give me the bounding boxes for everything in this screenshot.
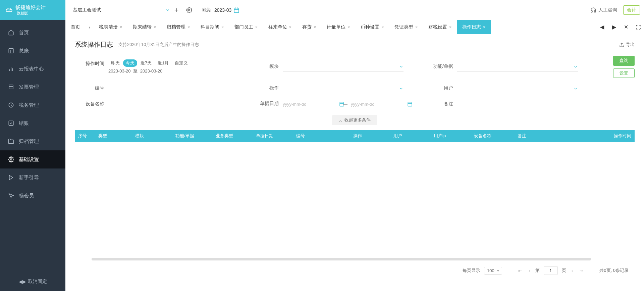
plus-icon[interactable] (173, 7, 179, 13)
calendar-icon[interactable] (407, 101, 413, 107)
module-select[interactable] (283, 62, 404, 71)
close-icon[interactable]: × (449, 25, 451, 30)
sidebar-item[interactable]: 总账 (0, 42, 65, 60)
role-badge[interactable]: 会计 (623, 5, 640, 15)
nav-icon (8, 48, 14, 54)
code-from-input[interactable] (108, 84, 165, 93)
close-icon[interactable]: × (415, 25, 418, 30)
tab[interactable]: 归档管理× (161, 20, 195, 34)
close-icon[interactable]: × (289, 25, 291, 30)
calendar-icon[interactable] (233, 7, 239, 13)
doc-date-from-input[interactable] (283, 99, 339, 109)
export-button[interactable]: 导出 (619, 42, 635, 48)
sidebar: 畅捷通好会计 旗舰版 首页总账云报表中心发票管理税务管理结账归档管理基础设置新手… (0, 0, 65, 291)
operation-select[interactable] (283, 84, 404, 93)
tab-home[interactable]: 首页 (65, 20, 86, 34)
tab[interactable]: 期末结转× (127, 20, 161, 34)
page-size-select[interactable]: 100 ▾ (484, 267, 502, 275)
company-selector[interactable]: 基层工会测试 (69, 7, 170, 13)
support-link[interactable]: 人工咨询 (590, 7, 617, 13)
page-first-button[interactable]: ⇤ (517, 268, 523, 273)
sidebar-item[interactable]: 归档管理 (0, 132, 65, 150)
tab[interactable]: 科目期初× (195, 20, 229, 34)
headset-icon (590, 7, 596, 13)
period-value: 2023-03 (214, 7, 231, 13)
label-doc-date: 单据日期 (249, 99, 283, 107)
sidebar-item[interactable]: 新手引导 (0, 168, 65, 187)
date-range-display: 2023-03-20 至 2023-03-20 (108, 68, 249, 74)
page-summary: 共0页, 0条记录 (599, 268, 629, 274)
close-icon[interactable]: × (120, 25, 122, 30)
collapse-filters-button[interactable]: ︽ 收起更多条件 (332, 115, 377, 125)
page-next-button[interactable]: › (570, 268, 574, 273)
page-prev-button[interactable]: ‹ (527, 268, 531, 273)
tab[interactable]: 币种设置× (355, 20, 389, 34)
page-last-button[interactable]: ⇥ (578, 268, 585, 273)
time-option[interactable]: 近7天 (138, 59, 154, 67)
cloud-icon (5, 6, 13, 14)
period-label: 账期 (202, 7, 212, 13)
table-header-cell: 操作 (350, 133, 390, 139)
time-option[interactable]: 自定义 (172, 59, 191, 67)
svg-point-14 (189, 9, 190, 11)
fullscreen-icon[interactable] (632, 20, 644, 34)
sidebar-item[interactable]: 首页 (0, 23, 65, 42)
tab-prev-icon[interactable]: ◀ (596, 20, 608, 34)
close-icon[interactable]: × (187, 25, 190, 30)
tab[interactable]: 计量单位× (321, 20, 355, 34)
tab-close-all-icon[interactable]: ✕ (620, 20, 632, 34)
time-option[interactable]: 昨天 (108, 59, 122, 67)
close-icon[interactable]: × (314, 25, 316, 30)
close-icon[interactable]: × (154, 25, 156, 30)
topbar: 基层工会测试 账期 2023-03 人工咨询 会计 (65, 0, 644, 20)
nav-icon (8, 193, 14, 199)
code-to-input[interactable] (176, 84, 233, 93)
unpin-button[interactable]: ◀▶ 取消固定 (0, 272, 65, 291)
tab[interactable]: 往来单位× (263, 20, 297, 34)
tab-label: 期末结转 (133, 24, 152, 30)
tab[interactable]: 操作日志× (457, 20, 491, 34)
tab[interactable]: 财税设置× (423, 20, 457, 34)
tab-label: 凭证类型 (394, 24, 413, 30)
sidebar-item[interactable]: 畅会员 (0, 187, 65, 205)
tab[interactable]: 税表清册× (94, 20, 127, 34)
tab[interactable]: 凭证类型× (389, 20, 423, 34)
sidebar-item-label: 税务管理 (19, 102, 39, 108)
tab-scroll-left-icon[interactable]: ‹ (86, 20, 94, 34)
device-input[interactable] (108, 100, 229, 109)
sidebar-item[interactable]: 税务管理 (0, 96, 65, 114)
tab-next-icon[interactable]: ▶ (608, 20, 620, 34)
func-select[interactable] (457, 62, 578, 71)
page-number-input[interactable] (544, 266, 558, 275)
nav-icon (8, 66, 14, 72)
query-button[interactable]: 查询 (613, 56, 635, 66)
sidebar-item[interactable]: 基础设置 (0, 150, 65, 168)
nav-icon (8, 120, 14, 126)
table-header-cell: 备注 (514, 133, 588, 139)
remark-input[interactable] (457, 100, 578, 109)
tab[interactable]: 部门员工× (229, 20, 263, 34)
time-option[interactable]: 今天 (123, 59, 137, 67)
close-icon[interactable]: × (221, 25, 224, 30)
gear-icon[interactable] (186, 7, 192, 13)
sidebar-item[interactable]: 结账 (0, 114, 65, 132)
sidebar-item[interactable]: 云报表中心 (0, 60, 65, 78)
time-option[interactable]: 近1月 (155, 59, 171, 67)
sidebar-item[interactable]: 发票管理 (0, 78, 65, 96)
user-select[interactable] (457, 84, 578, 93)
horizontal-scrollbar[interactable] (75, 257, 635, 261)
settings-button[interactable]: 设置 (613, 68, 635, 78)
close-icon[interactable]: × (381, 25, 384, 30)
close-icon[interactable]: × (255, 25, 258, 30)
label-user: 用户 (424, 84, 457, 91)
doc-date-to-input[interactable] (351, 99, 407, 109)
page-title: 系统操作日志 (75, 40, 113, 49)
table-header-cell: 单据日期 (253, 133, 293, 139)
tab[interactable]: 存货× (297, 20, 321, 34)
close-icon[interactable]: × (347, 25, 350, 30)
brand-name: 畅捷通好会计 (15, 4, 46, 11)
sidebar-item-label: 首页 (19, 30, 29, 36)
close-icon[interactable]: × (483, 25, 485, 30)
sidebar-item-label: 归档管理 (19, 138, 39, 145)
page-header: 系统操作日志 支持2020年10月31日之后产生的操作日志 导出 (65, 34, 644, 52)
